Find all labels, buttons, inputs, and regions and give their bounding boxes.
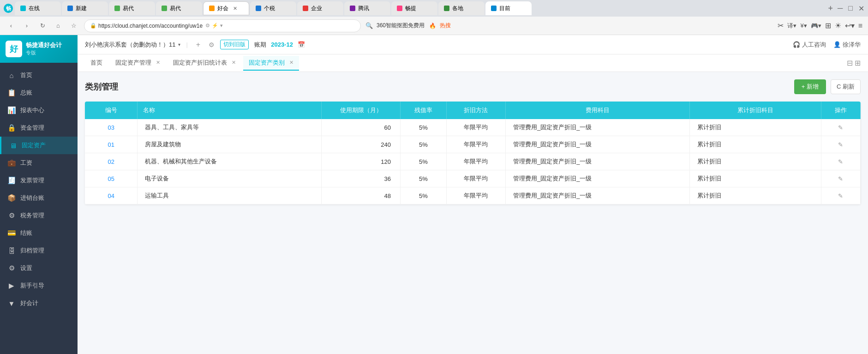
cell-residual-4: 5% <box>401 187 447 204</box>
sidebar-item-archive[interactable]: 🗄 归档管理 <box>0 242 78 259</box>
new-tab-button[interactable]: + <box>825 4 836 13</box>
calendar-icon[interactable]: 📅 <box>298 41 305 48</box>
home-button[interactable]: ⌂ <box>53 20 64 31</box>
address-bar: ‹ › ↻ ⌂ ☆ 🔒 https://cloud.chanjet.com/ac… <box>0 17 868 35</box>
back-button[interactable]: ‹ <box>6 20 17 31</box>
browser-tab-4[interactable]: 易代 <box>156 1 202 15</box>
bookmark-button[interactable]: ☆ <box>68 20 79 31</box>
current-user-name: 刘小艳演示系套（勿删勿动！）11 <box>85 41 175 49</box>
browser-tab-8[interactable]: 腾讯 <box>344 1 390 15</box>
refresh-button[interactable]: C 刷新 <box>831 79 861 94</box>
close-tab-fixed-category-icon[interactable]: ✕ <box>289 60 293 66</box>
sidebar-item-invoice[interactable]: 🧾 发票管理 <box>0 172 78 189</box>
sidebar-label-home: 首页 <box>20 71 32 79</box>
url-input[interactable]: 🔒 https://cloud.chanjet.com/accounting/u… <box>84 19 361 32</box>
brightness-icon[interactable]: ☀ <box>835 21 841 30</box>
game-button[interactable]: 🎮▾ <box>811 22 821 29</box>
cell-expense-0: 管理费用_固定资产折旧_一级 <box>505 119 689 136</box>
sidebar-item-reports[interactable]: 📊 报表中心 <box>0 102 78 119</box>
cell-name-0: 器具、工具、家具等 <box>138 119 322 136</box>
col-header-accumulated: 累计折旧科目 <box>689 102 821 119</box>
browser-tab-7[interactable]: 企业 <box>297 1 343 15</box>
sidebar-item-funds[interactable]: 🔒 资金管理 <box>0 119 78 137</box>
cell-method-2: 年限平均 <box>446 153 505 170</box>
sidebar-item-inventory[interactable]: 📦 进销台账 <box>0 189 78 207</box>
forward-button[interactable]: › <box>21 20 32 31</box>
grid-icon[interactable]: ⊞ <box>825 21 831 30</box>
tab-favicon-5 <box>209 6 215 11</box>
sidebar-item-salary[interactable]: 💼 工资 <box>0 154 78 172</box>
tab-home[interactable]: 首页 <box>85 56 108 71</box>
expand-url-icon[interactable]: ⚙ <box>205 23 210 29</box>
browser-tab-10[interactable]: 各地 <box>438 1 485 15</box>
sidebar-item-more[interactable]: ▼ 好会计 <box>0 294 78 312</box>
history-icon[interactable]: ↩▾ <box>845 21 855 30</box>
cell-period-2: 120 <box>322 153 401 170</box>
maximize-button[interactable]: □ <box>848 4 853 12</box>
sidebar-item-settings[interactable]: ⚙ 设置 <box>0 259 78 277</box>
scissors-icon[interactable]: ✂ <box>778 21 784 30</box>
browser-tab-2[interactable]: 新建 <box>62 1 108 15</box>
cell-action-2[interactable]: ✎ <box>821 153 861 170</box>
browser-tab-9[interactable]: 畅提 <box>391 1 437 15</box>
period-info: 账期 2023-12 📅 <box>254 41 305 49</box>
add-account-button[interactable]: + <box>193 41 203 49</box>
user-profile-button[interactable]: 👤 徐泽华 <box>833 41 861 49</box>
cell-action-4[interactable]: ✎ <box>821 187 861 204</box>
close-tab-fixed-mgmt-icon[interactable]: ✕ <box>156 60 160 66</box>
customer-service-button[interactable]: 🎧 人工咨询 <box>793 41 826 49</box>
headset-icon: 🎧 <box>793 41 800 48</box>
close-tab-5-icon[interactable]: ✕ <box>233 6 237 12</box>
tab-label-fixed-mgmt: 固定资产管理 <box>115 59 151 67</box>
sidebar-item-settlement[interactable]: 💳 结账 <box>0 224 78 242</box>
tab-fixed-depreciation[interactable]: 固定资产折旧统计表 ✕ <box>168 56 241 71</box>
sidebar-item-guide[interactable]: ▶ 新手引导 <box>0 277 78 294</box>
sidebar-item-ledger[interactable]: 📋 总账 <box>0 84 78 102</box>
browser-tab-6[interactable]: 个税 <box>250 1 296 15</box>
col-header-period: 使用期限（月） <box>322 102 401 119</box>
minimize-button[interactable]: ─ <box>838 4 843 12</box>
cell-accumulated-4: 累计折旧 <box>689 187 821 204</box>
browser-tab-11[interactable]: 目前 <box>485 1 532 15</box>
user-dropdown-icon[interactable]: ▾ <box>178 42 180 47</box>
tab-fixed-category[interactable]: 固定资产类别 ✕ <box>243 56 299 71</box>
cell-code-4: 04 <box>85 187 138 204</box>
account-settings-button[interactable]: ⚙ <box>209 41 215 48</box>
url-arrow-icon[interactable]: ▾ <box>220 23 223 29</box>
cell-expense-3: 管理费用_固定资产折旧_一级 <box>505 170 689 187</box>
tab-label-fixed-category: 固定资产类别 <box>249 59 285 67</box>
col-header-action: 操作 <box>821 102 861 119</box>
cell-residual-1: 5% <box>401 136 447 153</box>
currency-button[interactable]: ¥▾ <box>800 22 807 29</box>
col-header-residual: 残值率 <box>401 102 447 119</box>
close-button[interactable]: ✕ <box>858 4 864 13</box>
tab-favicon-1 <box>20 6 26 11</box>
cell-action-3[interactable]: ✎ <box>821 170 861 187</box>
minimize-panel-icon[interactable]: ⊟ <box>847 59 853 67</box>
menu-icon[interactable]: ≡ <box>858 22 862 30</box>
cell-action-0[interactable]: ✎ <box>821 119 861 136</box>
app-name: 畅捷通好会计 <box>26 42 62 49</box>
maximize-panel-icon[interactable]: ⊞ <box>855 59 861 67</box>
translate-button[interactable]: 译▾ <box>787 22 796 30</box>
content-area: 类别管理 + 新增 C 刷新 编号 名称 使用期限（月） 残值率 折旧方法 费用… <box>78 72 868 354</box>
browser-tab-1[interactable]: 在线 <box>15 1 61 15</box>
url-dropdown-icon[interactable]: ⚡ <box>212 23 218 29</box>
sidebar-item-home[interactable]: ⌂ 首页 <box>0 66 78 84</box>
sidebar-label-more: 好会计 <box>20 299 38 307</box>
add-category-button[interactable]: + 新增 <box>794 79 826 94</box>
sidebar-item-fixed-assets[interactable]: 🖥 固定资产 <box>0 137 78 154</box>
tab-label-9: 畅提 <box>405 5 416 12</box>
url-text: https://cloud.chanjet.com/accounting/uw1… <box>98 23 203 29</box>
cell-action-1[interactable]: ✎ <box>821 136 861 153</box>
tax-icon: ⚙ <box>7 211 16 220</box>
switch-version-button[interactable]: 切到旧版 <box>220 40 249 49</box>
browser-tab-5[interactable]: 好会 ✕ <box>203 1 249 15</box>
sidebar-label-settings: 设置 <box>20 264 32 272</box>
tab-fixed-mgmt[interactable]: 固定资产管理 ✕ <box>110 56 166 71</box>
reload-button[interactable]: ↻ <box>37 20 48 31</box>
tab-favicon-3 <box>114 6 120 11</box>
close-tab-fixed-depreciation-icon[interactable]: ✕ <box>232 60 236 66</box>
browser-tab-3[interactable]: 易代 <box>109 1 155 15</box>
sidebar-item-tax[interactable]: ⚙ 税务管理 <box>0 207 78 224</box>
